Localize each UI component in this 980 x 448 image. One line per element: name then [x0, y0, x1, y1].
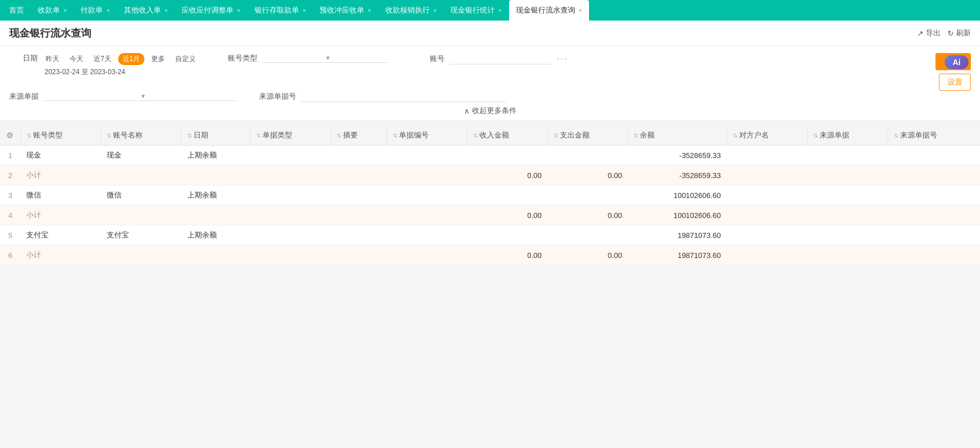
nav-payment[interactable]: 付款单 ×	[74, 0, 116, 21]
sort-icon[interactable]: ⇅	[554, 132, 558, 139]
ai-badge[interactable]: Ai	[945, 55, 969, 69]
cell-balance: 100102606.60	[628, 185, 727, 205]
cell-income	[467, 185, 547, 205]
date-more[interactable]: 更多	[148, 53, 168, 65]
cell-doc-no	[386, 185, 467, 205]
sort-icon[interactable]: ⇅	[473, 132, 478, 139]
cell-doc-no	[386, 205, 467, 225]
th-counterparty: ⇅对方户名	[727, 126, 807, 146]
close-icon[interactable]: ×	[237, 7, 240, 14]
export-button[interactable]: ↗ 导出	[917, 28, 941, 38]
account-input[interactable]	[451, 54, 550, 63]
cell-income	[467, 225, 547, 245]
account-label: 账号	[416, 54, 445, 64]
cell-expense	[547, 146, 628, 166]
cell-counterparty	[727, 185, 807, 205]
close-icon[interactable]: ×	[303, 7, 306, 14]
nav-advance[interactable]: 预收冲应收单 ×	[313, 0, 378, 21]
table-row: 3 微信 微信 上期余额 100102606.60	[0, 185, 980, 205]
sort-icon[interactable]: ⇅	[393, 132, 397, 139]
cell-account-type: 现金	[21, 146, 101, 166]
cell-doc-no	[386, 166, 467, 185]
source-doc-no-label: 来源单据号	[259, 91, 296, 102]
close-icon[interactable]: ×	[433, 7, 437, 14]
date-yesterday[interactable]: 昨天	[42, 53, 63, 65]
close-icon[interactable]: ×	[498, 7, 502, 14]
cell-account-name: 支付宝	[101, 225, 182, 245]
sort-icon[interactable]: ⇅	[894, 132, 898, 139]
account-ellipsis-button[interactable]: ···	[556, 54, 567, 64]
cell-income: 0.00	[467, 166, 547, 185]
sort-icon[interactable]: ⇅	[107, 132, 111, 139]
export-icon: ↗	[917, 29, 923, 38]
cell-source-doc-no	[888, 245, 980, 265]
table-header-row: ⚙ ⇅账号类型 ⇅账号名称 ⇅日期 ⇅单据类型 ⇅摘要 ⇅单据编	[0, 126, 980, 146]
cell-counterparty	[727, 166, 807, 185]
collapse-button[interactable]: ∧ 收起更多条件	[464, 106, 517, 116]
filter-row-2: 来源单据 ▼ 来源单据号	[9, 91, 971, 102]
nav-home[interactable]: 首页	[2, 0, 31, 21]
date-1month[interactable]: 近1月	[118, 53, 145, 65]
row-num: 5	[0, 225, 21, 245]
sort-icon[interactable]: ⇅	[337, 132, 341, 139]
cell-source-doc-no	[888, 225, 980, 245]
source-doc-no-input[interactable]	[303, 92, 504, 100]
th-doc-type: ⇅单据类型	[251, 126, 331, 146]
sort-icon[interactable]: ⇅	[813, 132, 818, 139]
date-custom[interactable]: 自定义	[172, 53, 199, 65]
cell-counterparty	[727, 245, 807, 265]
cell-date: 上期余额	[182, 225, 251, 245]
settings-button[interactable]: 设置	[939, 74, 971, 91]
cell-source-doc-no	[888, 166, 980, 185]
date-today[interactable]: 今天	[66, 53, 87, 65]
close-icon[interactable]: ×	[63, 7, 67, 14]
sort-icon[interactable]: ⇅	[733, 132, 737, 139]
sort-icon[interactable]: ⇅	[187, 132, 192, 139]
sort-icon[interactable]: ⇅	[256, 132, 261, 139]
close-icon[interactable]: ×	[164, 7, 168, 14]
close-icon[interactable]: ×	[368, 7, 371, 14]
cell-doc-type	[251, 245, 331, 265]
cell-expense	[547, 225, 628, 245]
gear-icon[interactable]: ⚙	[6, 131, 14, 140]
cell-account-name	[101, 245, 182, 265]
header-actions: ↗ 导出 ↻ 刷新	[917, 28, 971, 38]
cell-source-doc-no	[888, 205, 980, 225]
close-icon[interactable]: ×	[579, 7, 582, 14]
cell-counterparty	[727, 225, 807, 245]
nav-bank-deposit[interactable]: 银行存取款单 ×	[248, 0, 313, 21]
date-7days[interactable]: 近7天	[90, 53, 115, 65]
row-num: 4	[0, 205, 21, 225]
nav-writeoff[interactable]: 收款核销执行 ×	[378, 0, 443, 21]
date-range-display: 2023-02-24 至 2023-03-24	[45, 67, 199, 77]
th-source-doc: ⇅来源单据	[807, 126, 888, 146]
row-num: 2	[0, 166, 21, 185]
sort-icon[interactable]: ⇅	[27, 132, 31, 139]
cell-date: 上期余额	[182, 185, 251, 205]
cell-counterparty	[727, 205, 807, 225]
nav-adjustment[interactable]: 应收应付调整单 ×	[175, 0, 247, 21]
source-doc-no-input-container	[301, 91, 506, 102]
cell-doc-type	[251, 205, 331, 225]
cell-expense	[547, 185, 628, 205]
row-num: 3	[0, 185, 21, 205]
nav-bank-stats[interactable]: 现金银行统计 ×	[443, 0, 509, 21]
row-num: 1	[0, 146, 21, 166]
th-income: ⇅收入金额	[467, 126, 547, 146]
account-type-select[interactable]: ▼	[262, 54, 388, 63]
source-doc-select[interactable]: ▼	[43, 92, 237, 101]
table-row: 6 小计 0.00 0.00 19871073.60	[0, 245, 980, 265]
cell-doc-type	[251, 225, 331, 245]
close-icon[interactable]: ×	[106, 7, 110, 14]
cell-date	[182, 166, 251, 185]
cell-date	[182, 245, 251, 265]
nav-bank-flow[interactable]: 现金银行流水查询 ×	[509, 0, 589, 21]
nav-other-income[interactable]: 其他收入单 ×	[117, 0, 175, 21]
refresh-button[interactable]: ↻ 刷新	[947, 28, 971, 38]
page-header: 现金银行流水查询 ↗ 导出 ↻ 刷新	[0, 21, 980, 46]
th-doc-no: ⇅单据编号	[386, 126, 467, 146]
sort-icon[interactable]: ⇅	[634, 132, 638, 139]
nav-receipt[interactable]: 收款单 ×	[31, 0, 74, 21]
cell-summary	[331, 245, 386, 265]
th-account-name: ⇅账号名称	[101, 126, 182, 146]
